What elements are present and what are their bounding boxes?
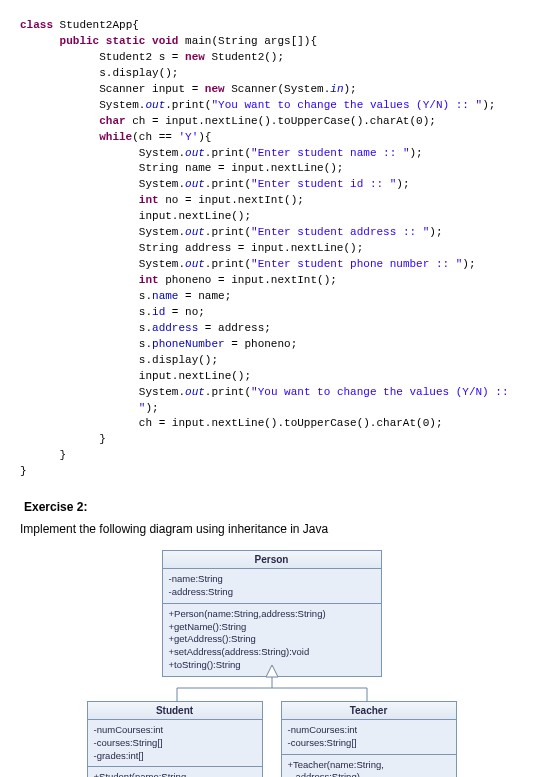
exercise-heading: Exercise 2: xyxy=(24,500,523,514)
uml-class-person: Person -name:String -address:String +Per… xyxy=(162,550,382,677)
uml-title: Person xyxy=(163,551,381,569)
uml-title: Student xyxy=(88,702,262,720)
code-block: class Student2App{ public static void ma… xyxy=(20,18,523,480)
uml-class-student: Student -numCourses:int -courses:String[… xyxy=(87,701,263,777)
uml-class-teacher: Teacher -numCourses:int -courses:String[… xyxy=(281,701,457,777)
uml-diagram: Person -name:String -address:String +Per… xyxy=(87,550,457,777)
uml-operations: +Student(name:String, address:String) +t… xyxy=(88,767,262,777)
uml-attributes: -numCourses:int -courses:String[] xyxy=(282,720,456,755)
exercise-prompt: Implement the following diagram using in… xyxy=(20,522,523,536)
uml-title: Teacher xyxy=(282,702,456,720)
uml-operations: +Person(name:String,address:String) +get… xyxy=(163,604,381,676)
uml-operations: +Teacher(name:String, address:String) +t… xyxy=(282,755,456,778)
uml-attributes: -name:String -address:String xyxy=(163,569,381,604)
uml-attributes: -numCourses:int -courses:String[] -grade… xyxy=(88,720,262,767)
